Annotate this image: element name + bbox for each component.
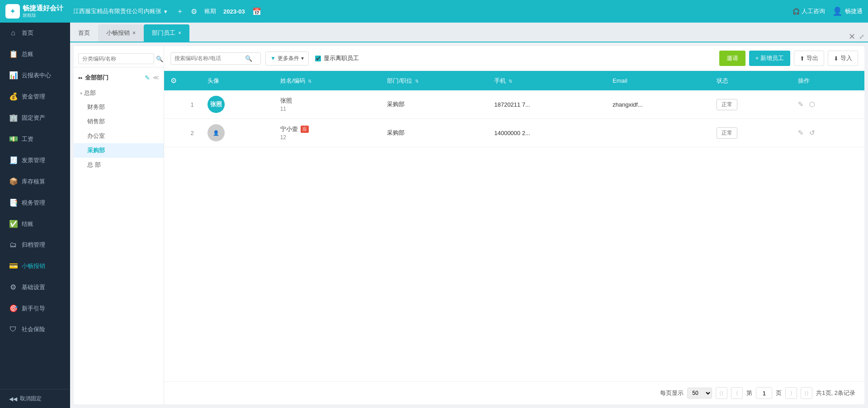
table-settings-icon[interactable]: ⚙ [170, 76, 177, 85]
phone-sort-icon[interactable]: ⇅ [509, 79, 512, 84]
all-departments-button[interactable]: ▪▪ 全部部门 [78, 74, 108, 82]
collapse-tree-icon[interactable]: ≪ [153, 74, 159, 81]
row1-checkbox-cell [164, 90, 183, 119]
col-name[interactable]: 姓名/编码 ⇅ [274, 71, 381, 90]
row2-name-cell: 宁小壹 应 12 [274, 119, 381, 147]
dept-group-head: ▾ 总部 财务部 销售部 办公室 采购部 [74, 85, 164, 173]
sidebar-item-checkout[interactable]: ✅ 结账 [0, 213, 70, 234]
show-resigned-checkbox[interactable] [315, 56, 321, 61]
col-settings[interactable]: ⚙ [164, 71, 183, 90]
sidebar-item-guide[interactable]: 🎯 新手引导 [0, 298, 70, 319]
archive-icon: 🗂 [9, 241, 17, 249]
sidebar-item-assets[interactable]: 🏢 固定资产 [0, 107, 70, 128]
tab-department[interactable]: 部门员工 × [144, 24, 189, 42]
row1-dept-cell: 采购部 [381, 90, 488, 119]
per-page-select[interactable]: 50 20 100 [687, 388, 712, 399]
pin-icon: ◀◀ [9, 396, 17, 402]
tab-expense-close[interactable]: × [132, 30, 136, 36]
edit-employee-icon[interactable]: ✎ [798, 129, 804, 137]
logout-employee-icon[interactable]: ⬡ [809, 100, 815, 108]
dept-search-input[interactable] [78, 53, 154, 64]
employee-table: ⚙ 头像 姓名/编码 ⇅ 部门/职位 ⇅ [164, 71, 864, 147]
filter-icon: ▼ [270, 55, 276, 61]
invite-button[interactable]: 邀请 [719, 51, 745, 66]
delete-employee-icon[interactable]: ↺ [809, 129, 815, 137]
user-area[interactable]: 👤 畅捷通 [832, 6, 863, 16]
dept-header-icons: ✎ ≪ [145, 74, 159, 81]
row2-avatar-cell: 👤 [201, 119, 274, 147]
row2-actions-cell: ✎ ↺ [792, 119, 864, 147]
col-num [183, 71, 201, 90]
status-badge: 正常 [717, 99, 737, 110]
col-avatar: 头像 [201, 71, 274, 90]
inventory-icon: 📦 [9, 177, 17, 186]
sidebar-item-invoice[interactable]: 🧾 发票管理 [0, 150, 70, 171]
cancel-fixed-button[interactable]: ◀◀ 取消固定 [0, 389, 70, 408]
sidebar-item-settings[interactable]: ⚙ 基础设置 [0, 277, 70, 298]
col-email: Email [606, 71, 710, 90]
employee-search-wrap: 🔍 [170, 52, 261, 65]
dept-search-icon[interactable]: 🔍 [156, 56, 163, 62]
dept-search-area: 🔍 [74, 51, 164, 67]
dept-item-finance[interactable]: 财务部 [74, 100, 164, 114]
prev-page-button[interactable]: ⟨ [731, 387, 743, 399]
col-dept[interactable]: 部门/职位 ⇅ [381, 71, 488, 90]
first-page-button[interactable]: ⟨⟨ [716, 387, 727, 399]
add-icon[interactable]: ＋ [176, 7, 184, 16]
tab-department-close[interactable]: × [178, 30, 181, 36]
company-selector[interactable]: 江西服宝精品有限责任公司内账张 ▾ [73, 7, 167, 15]
row1-phone-cell: 18720211 7... [488, 90, 606, 119]
employee-area: 🔍 ▼ 更多条件 ▾ 显示离职员工 邀请 + 新增员工 [164, 46, 864, 404]
more-filter-button[interactable]: ▼ 更多条件 ▾ [265, 52, 309, 66]
sidebar-item-tax[interactable]: 📑 税务管理 [0, 192, 70, 213]
col-phone[interactable]: 手机 ⇅ [488, 71, 606, 90]
dept-item-sales[interactable]: 销售部 [74, 114, 164, 129]
expense-icon: 💳 [9, 262, 17, 270]
show-resigned-checkbox-wrap[interactable]: 显示离职员工 [315, 54, 359, 62]
last-page-button[interactable]: ⟩⟩ [801, 387, 812, 399]
import-button[interactable]: ⬇ 导入 [828, 51, 858, 66]
top-bar-right: 🎧 人工咨询 👤 畅捷通 [793, 6, 863, 16]
dept-sort-icon[interactable]: ⇅ [415, 79, 419, 84]
avatar: 👤 [208, 124, 225, 141]
import-icon: ⬇ [834, 55, 839, 62]
dept-item-office[interactable]: 办公室 [74, 129, 164, 143]
expand-window-icon[interactable]: ⤢ [859, 33, 864, 40]
dept-item-headquarters[interactable]: 总 部 [74, 158, 164, 172]
employee-search-icon[interactable]: 🔍 [245, 55, 252, 62]
tab-home[interactable]: 首页 [70, 24, 98, 42]
sidebar-item-inventory[interactable]: 📦 库存核算 [0, 171, 70, 192]
sidebar-item-ledger[interactable]: 📋 总账 [0, 43, 70, 65]
sidebar-item-archive[interactable]: 🗂 归档管理 [0, 234, 70, 255]
sidebar-item-reports[interactable]: 📊 云报表中心 [0, 65, 70, 86]
filter-chevron-icon: ▾ [301, 55, 304, 61]
sidebar-item-insurance[interactable]: 🛡 社会保险 [0, 319, 70, 340]
sidebar-item-home[interactable]: ⌂ 首页 [0, 23, 70, 43]
calendar-icon[interactable]: 📅 [252, 7, 261, 16]
dept-item-purchase[interactable]: 采购部 [74, 143, 164, 158]
row1-num: 1 [183, 90, 201, 119]
row2-checkbox-cell [164, 119, 183, 147]
name-sort-icon[interactable]: ⇅ [308, 79, 311, 84]
pagination: 每页显示 50 20 100 ⟨⟨ ⟨ 第 1 页 ⟩ ⟩⟩ 共1页, 2条记录 [164, 381, 864, 404]
checkout-icon: ✅ [9, 220, 17, 228]
dropdown-icon: ▾ [164, 8, 167, 15]
dept-group-title-head[interactable]: ▾ 总部 [74, 86, 164, 100]
sidebar-item-funds[interactable]: 💰 资金管理 [0, 86, 70, 107]
page-content: 🔍 ▪▪ 全部部门 ✎ ≪ ▾ 总部 [74, 46, 864, 404]
row1-email-cell: zhangxidf... [606, 90, 710, 119]
page-number-input[interactable]: 1 [756, 387, 772, 399]
employee-search-input[interactable] [175, 55, 242, 61]
add-employee-button[interactable]: + 新增员工 [749, 51, 790, 66]
export-button[interactable]: ⬆ 导出 [794, 51, 824, 66]
sidebar-item-payroll[interactable]: 💵 工资 [0, 128, 70, 150]
edit-employee-icon[interactable]: ✎ [798, 100, 804, 108]
edit-dept-icon[interactable]: ✎ [145, 74, 150, 81]
tax-icon: 📑 [9, 198, 17, 207]
tab-expense[interactable]: 小畅报销 × [98, 24, 144, 42]
service-button[interactable]: 🎧 人工咨询 [793, 7, 825, 15]
settings-icon[interactable]: ⚙ [191, 7, 197, 16]
next-page-button[interactable]: ⟩ [785, 387, 797, 399]
close-window-icon[interactable]: ✕ [849, 32, 855, 42]
sidebar-item-expense[interactable]: 💳 小畅报销 [0, 255, 70, 277]
